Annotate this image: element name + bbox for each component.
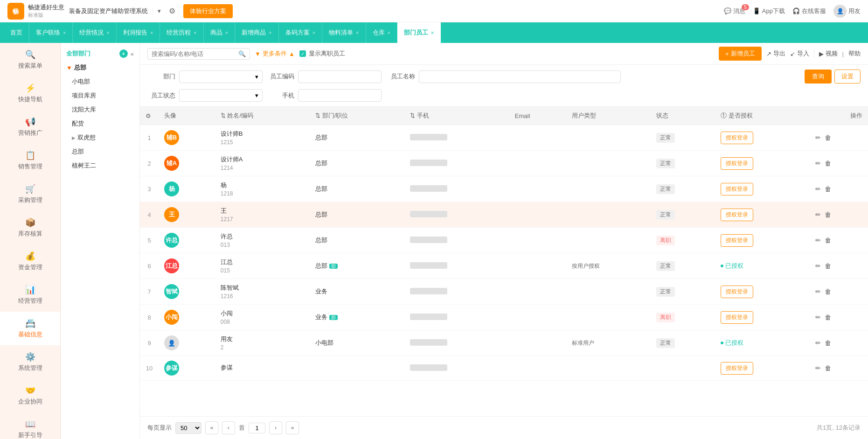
try-button[interactable]: 体验行业方案: [183, 4, 233, 18]
dept-node-headquarters[interactable]: ▼ 总部: [61, 61, 139, 75]
auth-button[interactable]: 授权登录: [721, 286, 753, 298]
prev-page-button[interactable]: ‹: [222, 421, 235, 434]
page-number-input[interactable]: [249, 423, 265, 433]
emp-name-input[interactable]: [419, 70, 621, 83]
show-resigned-toggle[interactable]: ✓ 显示离职员工: [299, 49, 345, 58]
view-button[interactable]: ▶ 视频: [819, 49, 838, 58]
sidebar-item-basic[interactable]: 📇 基础信息: [0, 312, 60, 345]
edit-button[interactable]: ✏: [815, 262, 821, 270]
export-button[interactable]: ↗ 导出: [766, 49, 785, 58]
close-icon[interactable]: ×: [63, 30, 66, 35]
dept-node-dual[interactable]: ▶ 双虎想: [61, 131, 139, 145]
app-download-button[interactable]: 📱 App下载: [753, 7, 785, 15]
close-icon[interactable]: ×: [431, 30, 434, 35]
tab-add-goods[interactable]: 新增商品 ×: [235, 22, 278, 43]
dept-select[interactable]: ▾: [179, 70, 263, 83]
col-dept-pos[interactable]: ⇅ 部门/职位: [310, 107, 404, 125]
dept-node-distribution[interactable]: 配货: [61, 117, 139, 131]
import-button[interactable]: ↙ 导入: [790, 49, 809, 58]
auth-button[interactable]: 授权登录: [721, 362, 753, 375]
col-phone[interactable]: ⇅ 手机: [404, 107, 509, 125]
add-employee-button[interactable]: + 新增员工: [719, 47, 762, 61]
close-icon[interactable]: ×: [269, 30, 271, 35]
online-service-button[interactable]: 🎧 在线客服: [792, 7, 826, 15]
delete-button[interactable]: 🗑: [825, 314, 831, 321]
sidebar-item-guide[interactable]: 📖 新手引导: [0, 412, 60, 439]
sidebar-item-marketing[interactable]: 📢 营销推广: [0, 110, 60, 144]
system-dropdown[interactable]: ▾: [158, 7, 161, 14]
edit-button[interactable]: ✏: [815, 314, 821, 321]
messages-button[interactable]: 💬 消息 5: [724, 7, 745, 15]
sidebar-item-purchase[interactable]: 🛒 采购管理: [0, 177, 60, 211]
auth-button[interactable]: 授权登录: [721, 183, 753, 195]
sidebar-item-finance[interactable]: 💰 资金管理: [0, 244, 60, 278]
sidebar-item-inventory[interactable]: 📦 库存核算: [0, 211, 60, 244]
tab-bom[interactable]: 物料清单 ×: [322, 22, 366, 43]
sidebar-item-collaboration[interactable]: 🤝 企业协同: [0, 379, 60, 412]
first-page-button[interactable]: «: [205, 421, 218, 434]
edit-button[interactable]: ✏: [815, 288, 821, 295]
delete-button[interactable]: 🗑: [825, 185, 831, 193]
reset-button[interactable]: 设置: [834, 70, 861, 84]
edit-button[interactable]: ✏: [815, 364, 821, 372]
help-button[interactable]: 帮助: [848, 49, 861, 58]
close-icon[interactable]: ×: [106, 30, 109, 35]
sidebar-item-sales[interactable]: 📋 销售管理: [0, 144, 60, 177]
status-select[interactable]: ▾: [179, 89, 263, 102]
user-avatar[interactable]: 👤 用友: [833, 5, 861, 18]
close-icon[interactable]: ×: [150, 30, 153, 35]
dept-node-shenyang[interactable]: 沈阳大库: [61, 103, 139, 117]
search-input[interactable]: [152, 50, 236, 57]
phone-input[interactable]: [298, 89, 382, 102]
delete-button[interactable]: 🗑: [825, 160, 831, 167]
tab-warehouse[interactable]: 仓库 ×: [366, 22, 397, 43]
tab-home[interactable]: 首页: [4, 22, 29, 43]
checkbox-resigned[interactable]: ✓: [299, 50, 306, 57]
edit-button[interactable]: ✏: [815, 160, 821, 167]
close-icon[interactable]: ×: [388, 30, 390, 35]
delete-button[interactable]: 🗑: [825, 288, 831, 295]
auth-button[interactable]: 授权登录: [721, 132, 753, 144]
edit-button[interactable]: ✏: [815, 185, 821, 193]
tab-department[interactable]: 部门员工 ×: [397, 22, 441, 43]
edit-button[interactable]: ✏: [815, 339, 821, 347]
close-icon[interactable]: ×: [225, 30, 228, 35]
close-icon[interactable]: ×: [312, 30, 315, 35]
tab-history[interactable]: 经营历程 ×: [160, 22, 203, 43]
row-auth[interactable]: 授权登录: [715, 279, 810, 305]
auth-button[interactable]: 授权登录: [721, 209, 753, 221]
last-page-button[interactable]: »: [286, 421, 299, 434]
settings-button[interactable]: ⚙: [166, 5, 179, 18]
delete-button[interactable]: 🗑: [825, 339, 831, 347]
sidebar-item-system[interactable]: ⚙️ 系统管理: [0, 345, 60, 379]
row-auth[interactable]: 授权登录: [715, 356, 810, 381]
edit-button[interactable]: ✏: [815, 211, 821, 218]
add-dept-icon[interactable]: +: [119, 49, 128, 58]
delete-button[interactable]: 🗑: [825, 134, 831, 141]
tab-barcode[interactable]: 条码方案 ×: [279, 22, 322, 43]
delete-button[interactable]: 🗑: [825, 364, 831, 372]
edit-button[interactable]: ✏: [815, 237, 821, 244]
tab-profit[interactable]: 利润报告 ×: [117, 22, 160, 43]
sidebar-item-search[interactable]: 🔍 搜索菜单: [0, 43, 60, 77]
row-auth[interactable]: 授权登录: [715, 305, 810, 330]
tab-customer[interactable]: 客户联络 ×: [29, 22, 73, 43]
row-auth[interactable]: 授权登录: [715, 151, 810, 176]
close-icon[interactable]: ×: [194, 30, 196, 35]
auth-button[interactable]: 授权登录: [721, 157, 753, 170]
row-auth[interactable]: 授权登录: [715, 125, 810, 151]
row-auth[interactable]: 授权登录: [715, 176, 810, 202]
delete-button[interactable]: 🗑: [825, 262, 831, 270]
row-auth[interactable]: 授权登录: [715, 228, 810, 253]
sidebar-item-operation[interactable]: 📊 经营管理: [0, 278, 60, 312]
sidebar-item-quick[interactable]: ⚡ 快捷导航: [0, 77, 60, 110]
tab-goods[interactable]: 商品 ×: [204, 22, 235, 43]
close-icon[interactable]: ×: [356, 30, 359, 35]
auth-button[interactable]: 授权登录: [721, 234, 753, 247]
next-page-button[interactable]: ›: [269, 421, 282, 434]
emp-code-input[interactable]: [298, 70, 382, 83]
query-button[interactable]: 查询: [805, 70, 832, 84]
edit-button[interactable]: ✏: [815, 134, 821, 141]
more-filters-button[interactable]: ▼ 更多条件 ▲: [255, 49, 295, 58]
auth-button[interactable]: 授权登录: [721, 311, 753, 324]
